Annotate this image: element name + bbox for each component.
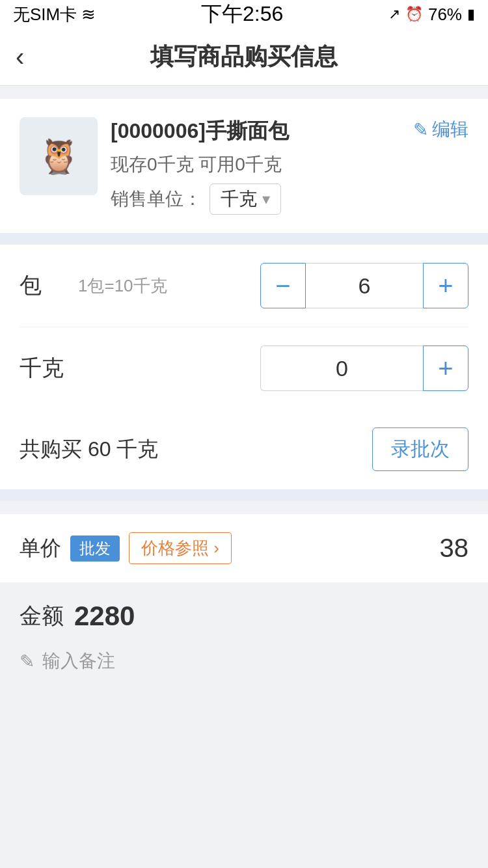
product-image: 🦉 [20,117,98,195]
kg-label: 千克 [20,353,72,383]
amount-value: 2280 [74,601,135,632]
pencil-icon: ✎ [20,651,34,672]
product-card: 🦉 [0000006]手撕面包 现存0千克 可用0千克 销售单位： 千克 ▾ ✎… [0,99,488,233]
alarm-icon: ⏰ [405,6,423,23]
package-minus-button[interactable]: − [260,263,306,308]
no-sim-label: 无SIM卡 ≋ [13,3,96,26]
product-stock: 现存0千克 可用0千克 [111,152,468,177]
battery-label: 76% [428,5,462,25]
price-row: 单价 批发 价格参照 › 38 [20,532,468,564]
status-right: ↗ ⏰ 76% ▮ [388,5,475,25]
price-left: 单价 批发 价格参照 › [20,532,232,564]
amount-row: 金额 2280 [20,601,468,632]
product-logo: 🦉 [38,137,80,176]
price-type-tag: 批发 [70,536,120,562]
package-plus-button[interactable]: + [423,263,468,308]
amount-label: 金额 [20,601,64,631]
price-ref-button[interactable]: 价格参照 › [129,532,232,564]
edit-button[interactable]: ✎ 编辑 [413,117,468,142]
total-row: 共购买 60 千克 录批次 [0,409,488,489]
package-input[interactable] [306,263,423,308]
kg-input[interactable] [260,346,423,391]
status-bar: 无SIM卡 ≋ 下午2:56 ↗ ⏰ 76% ▮ [0,0,488,29]
batch-button[interactable]: 录批次 [372,427,468,471]
unit-value: 千克 [221,187,257,211]
price-section: 单价 批发 价格参照 › 38 [0,514,488,582]
empty-space [0,686,488,868]
package-label: 包 [20,271,72,301]
nav-bar: ‹ 填写商品购买信息 [0,29,488,86]
package-hint: 1包=10千克 [78,275,260,297]
package-input-row: 包 1包=10千克 − + [20,245,468,327]
edit-icon: ✎ [413,119,428,141]
back-button[interactable]: ‹ [16,42,24,72]
input-section: 包 1包=10千克 − + 千克 + [0,245,488,409]
edit-label: 编辑 [432,117,468,142]
total-label: 共购买 60 千克 [20,435,158,464]
amount-section: 金额 2280 ✎ 输入备注 [0,582,488,686]
kg-input-row: 千克 + [20,327,468,409]
kg-plus-button[interactable]: + [423,346,468,391]
price-label: 单价 [20,534,61,563]
unit-selector[interactable]: 千克 ▾ [210,183,281,215]
location-icon: ↗ [388,6,400,23]
unit-label: 销售单位： [111,187,202,211]
product-unit-row: 销售单位： 千克 ▾ [111,183,468,215]
battery-icon: ▮ [467,6,475,23]
remark-row[interactable]: ✎ 输入备注 [20,642,468,686]
section-divider-2 [0,489,488,501]
package-controls: − + [260,263,468,308]
section-divider-1 [0,233,488,245]
remark-placeholder: 输入备注 [42,649,115,673]
status-time: 下午2:56 [201,0,283,29]
status-left: 无SIM卡 ≋ [13,3,96,26]
unit-chevron-icon: ▾ [262,190,270,208]
price-value: 38 [440,534,469,563]
page-title: 填写商品购买信息 [150,41,338,73]
kg-controls: + [260,346,468,391]
